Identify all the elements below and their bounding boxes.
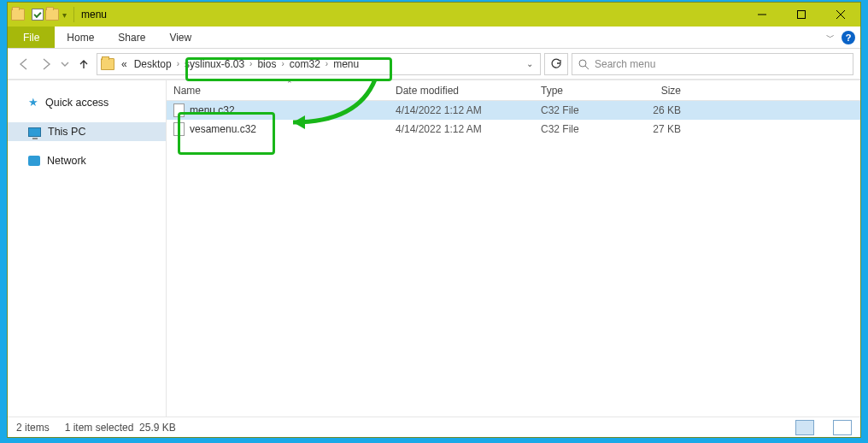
file-list: ⌃ Name Date modified Type Size menu.c324… — [167, 80, 860, 416]
status-item-count: 2 items — [16, 422, 50, 434]
search-placeholder: Search menu — [595, 58, 655, 70]
file-icon — [173, 122, 185, 136]
search-input[interactable]: Search menu — [572, 53, 853, 75]
large-icons-view-button[interactable] — [833, 420, 852, 435]
address-folder-icon — [101, 58, 114, 70]
sidebar-item-label: Network — [47, 155, 86, 167]
address-dropdown-icon[interactable]: ⌄ — [526, 59, 533, 68]
file-size: 26 KB — [619, 104, 688, 116]
details-view-button[interactable] — [795, 420, 814, 435]
explorer-window: ▾ menu File Home Share View ﹀ ? — [7, 2, 861, 438]
tab-file[interactable]: File — [8, 27, 55, 48]
navigation-bar: « Desktop › syslinux-6.03 › bios › com32… — [8, 49, 860, 80]
col-date[interactable]: Date modified — [389, 85, 534, 97]
status-selection: 1 item selected — [65, 422, 134, 434]
properties-qat-icon[interactable] — [32, 9, 44, 21]
chevron-right-icon[interactable]: › — [175, 59, 181, 68]
monitor-icon — [28, 127, 41, 137]
crumb-2[interactable]: com32 — [286, 58, 324, 70]
ribbon-expand-icon[interactable]: ﹀ — [826, 32, 835, 44]
chevron-right-icon[interactable]: › — [248, 59, 254, 68]
sidebar-item-this-pc[interactable]: This PC — [8, 122, 166, 141]
col-size[interactable]: Size — [619, 85, 688, 97]
sidebar-item-label: Quick access — [45, 97, 108, 109]
file-date: 4/14/2022 1:12 AM — [389, 123, 534, 135]
tab-share[interactable]: Share — [106, 27, 157, 48]
table-row[interactable]: menu.c324/14/2022 1:12 AMC32 File26 KB — [167, 101, 860, 120]
sidebar-item-network[interactable]: Network — [8, 151, 166, 170]
col-type[interactable]: Type — [534, 85, 619, 97]
qat-dropdown-icon[interactable]: ▾ — [61, 10, 68, 20]
table-row[interactable]: vesamenu.c324/14/2022 1:12 AMC32 File27 … — [167, 120, 860, 139]
window-title: menu — [81, 9, 107, 21]
file-name: menu.c32 — [190, 104, 235, 116]
back-button[interactable] — [15, 55, 33, 74]
file-type: C32 File — [534, 104, 619, 116]
file-date: 4/14/2022 1:12 AM — [389, 104, 534, 116]
maximize-button[interactable] — [782, 3, 821, 27]
crumb-desktop[interactable]: Desktop — [131, 58, 175, 70]
minimize-button[interactable] — [742, 3, 782, 27]
chevron-right-icon[interactable]: › — [279, 59, 285, 68]
column-headers: Name Date modified Type Size — [167, 80, 860, 101]
file-name: vesamenu.c32 — [190, 123, 256, 135]
file-size: 27 KB — [619, 123, 688, 135]
title-bar: ▾ menu — [8, 3, 860, 27]
help-icon[interactable]: ? — [842, 31, 855, 44]
svg-point-4 — [579, 60, 586, 67]
svg-rect-1 — [798, 11, 806, 19]
col-name[interactable]: Name — [167, 85, 389, 97]
sidebar-item-quick-access[interactable]: ★ Quick access — [8, 92, 166, 112]
svg-line-5 — [585, 66, 589, 69]
status-selection-size: 25.9 KB — [139, 422, 176, 434]
up-button[interactable] — [74, 55, 93, 74]
file-icon — [173, 103, 185, 117]
navigation-pane: ★ Quick access This PC Network — [8, 80, 167, 416]
crumb-1[interactable]: bios — [254, 58, 279, 70]
crumb-overflow[interactable]: « — [118, 58, 131, 70]
address-bar[interactable]: « Desktop › syslinux-6.03 › bios › com32… — [97, 53, 541, 75]
tab-view[interactable]: View — [157, 27, 203, 48]
content-area: ★ Quick access This PC Network ⌃ Name Da… — [8, 80, 860, 416]
sort-indicator-icon: ⌃ — [286, 80, 293, 88]
network-icon — [28, 156, 40, 166]
refresh-button[interactable] — [544, 53, 568, 75]
status-bar: 2 items 1 item selected 25.9 KB — [8, 416, 860, 437]
chevron-right-icon[interactable]: › — [324, 59, 330, 68]
star-icon: ★ — [28, 96, 38, 109]
folder-icon — [11, 9, 25, 21]
forward-button[interactable] — [37, 55, 56, 74]
new-folder-qat-icon[interactable] — [45, 9, 59, 21]
ribbon-tabs: File Home Share View ﹀ ? — [8, 27, 860, 49]
file-type: C32 File — [534, 123, 619, 135]
tab-home[interactable]: Home — [55, 27, 106, 48]
crumb-0[interactable]: syslinux-6.03 — [181, 58, 248, 70]
crumb-3[interactable]: menu — [330, 58, 362, 70]
close-button[interactable] — [821, 3, 860, 27]
sidebar-item-label: This PC — [48, 126, 85, 138]
recent-locations-button[interactable] — [59, 55, 71, 74]
